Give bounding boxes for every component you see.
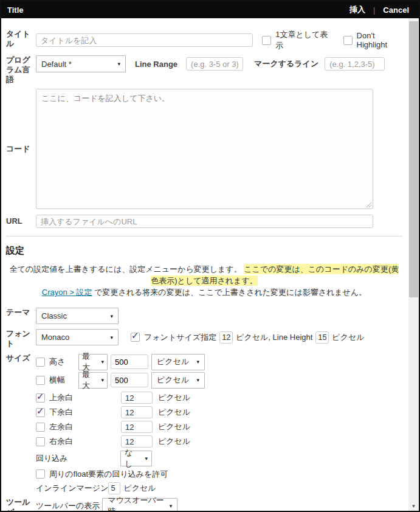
dropdown-arrow-icon: ▾ (196, 377, 199, 383)
left-margin-label: 左余白 (49, 421, 121, 432)
size-section-label: サイズ (6, 353, 36, 363)
dropdown-arrow-icon: ▾ (110, 313, 113, 319)
dialog-header: Title 挿入 | Cancel (1, 1, 419, 18)
code-placeholder: ここに、コードを記入して下さい。 (41, 94, 170, 103)
height-mode-select[interactable]: 最大 ▾ (78, 354, 108, 370)
float-label: 回り込み (36, 453, 120, 464)
toolbar-display-label: ツールバーの表示 (36, 500, 100, 511)
vertical-scrollbar[interactable]: ▼ (408, 18, 419, 511)
width-value-input[interactable] (111, 373, 148, 387)
bottom-margin-label: 下余白 (49, 407, 121, 418)
language-select-value: Default * (41, 60, 72, 69)
cancel-button[interactable]: Cancel (383, 5, 409, 15)
bottom-margin-input[interactable] (121, 406, 153, 418)
font-select-value: Monaco (41, 333, 69, 342)
dropdown-arrow-icon: ▾ (101, 359, 104, 365)
height-value-input[interactable] (111, 355, 148, 369)
allow-float-label: 周りのfloat要素の回り込みを許可 (49, 469, 168, 480)
line-range-label: Line Range (135, 60, 177, 69)
dropdown-arrow-icon: ▾ (145, 455, 148, 462)
show-as-sentence-checkbox[interactable]: ✓ (262, 36, 271, 45)
checkmark-icon: ✓ (131, 331, 139, 340)
dont-highlight-label: Don't Highlight (357, 31, 407, 49)
left-margin-input[interactable] (121, 421, 153, 433)
code-field-label: コード (6, 144, 36, 154)
settings-description: 全ての設定値を上書きするには、設定メニューから変更します。 ここでの変更は、この… (6, 263, 402, 298)
crayon-settings-link[interactable]: Crayon > 設定 (42, 288, 92, 297)
width-mode-value: 最大 (82, 369, 96, 391)
crayon-insert-dialog: Title 挿入 | Cancel タイトル ✓ 1文章として表示 ✓ Don'… (0, 0, 420, 512)
inline-margin-unit: ピクセル (123, 483, 156, 494)
bottom-margin-checkbox[interactable]: ✓ (36, 408, 45, 417)
top-margin-input[interactable] (121, 392, 153, 404)
theme-field-label: テーマ (6, 308, 36, 317)
settings-description-after-link: で変更される将来の変更は、ここで上書きされた変更には影響されません。 (92, 288, 367, 297)
scroll-down-arrow-icon[interactable]: ▼ (408, 503, 419, 509)
right-margin-input[interactable] (121, 435, 153, 448)
checkmark-icon: ✓ (36, 392, 44, 401)
show-as-sentence-label: 1文章として表示 (275, 29, 335, 51)
width-checkbox[interactable]: ✓ (36, 376, 45, 385)
float-select[interactable]: なし ▾ (120, 451, 152, 466)
font-size-input[interactable] (219, 331, 233, 344)
right-margin-unit: ピクセル (158, 436, 190, 447)
allow-float-checkbox[interactable]: ✓ (36, 469, 45, 479)
height-unit-select[interactable]: ピクセル ▾ (151, 354, 205, 370)
insert-button[interactable]: 挿入 (349, 4, 365, 15)
height-checkbox-label: 高さ (49, 356, 78, 367)
inline-margin-label: インラインマージン (36, 483, 108, 494)
height-unit-value: ピクセル (157, 356, 189, 367)
dialog-body: タイトル ✓ 1文章として表示 ✓ Don't Highlight プログラム言… (1, 18, 407, 511)
float-select-value: なし (125, 448, 140, 469)
top-margin-label: 上余白 (49, 392, 121, 403)
dont-highlight-checkbox[interactable]: ✓ (343, 36, 353, 45)
right-margin-checkbox[interactable]: ✓ (36, 437, 45, 446)
font-size-unit-label: ピクセル (332, 332, 364, 343)
left-margin-checkbox[interactable]: ✓ (36, 423, 45, 432)
header-separator: | (373, 5, 375, 15)
inline-margin-input[interactable] (108, 482, 120, 494)
right-margin-label: 右余白 (49, 436, 121, 447)
width-unit-value: ピクセル (157, 375, 189, 386)
width-unit-select[interactable]: ピクセル ▾ (151, 372, 205, 389)
left-margin-unit: ピクセル (158, 421, 190, 432)
font-select[interactable]: Monaco ▾ (36, 329, 119, 345)
line-range-input[interactable] (186, 57, 243, 71)
width-checkbox-label: 横幅 (49, 375, 78, 386)
font-size-checkbox[interactable]: ✓ (131, 333, 140, 342)
scrollbar-thumb[interactable] (409, 21, 418, 297)
width-mode-select[interactable]: 最大 ▾ (78, 372, 108, 389)
dropdown-arrow-icon: ▾ (101, 377, 104, 383)
dropdown-arrow-icon: ▾ (196, 359, 199, 365)
dialog-title: Title (7, 5, 24, 15)
font-size-checkbox-label: フォントサイズ指定 (144, 332, 216, 343)
toolbar-display-select[interactable]: マウスオーバー時 ▾ (102, 498, 177, 511)
toolbar-section-label: ツールバー (6, 497, 36, 511)
height-checkbox[interactable]: ✓ (36, 358, 45, 367)
bottom-margin-unit: ピクセル (158, 407, 190, 418)
font-size-middle-label: ピクセル, Line Height (236, 332, 312, 343)
checkmark-icon: ✓ (36, 406, 44, 415)
mark-lines-input[interactable] (325, 57, 385, 71)
resize-handle-icon[interactable] (365, 201, 371, 207)
settings-description-text: 全ての設定値を上書きするには、設定メニューから変更します。 (10, 265, 244, 274)
dropdown-arrow-icon: ▾ (117, 61, 120, 67)
dropdown-arrow-icon: ▾ (110, 334, 113, 341)
language-field-label: プログラム言語 (6, 55, 36, 85)
mark-lines-label: マークするライン (254, 58, 318, 69)
line-height-input[interactable] (315, 331, 329, 344)
url-field-label: URL (6, 216, 36, 226)
code-textarea[interactable]: ここに、コードを記入して下さい。 (36, 89, 373, 209)
top-margin-unit: ピクセル (158, 392, 190, 403)
top-margin-checkbox[interactable]: ✓ (36, 393, 45, 403)
font-field-label: フォント (6, 329, 36, 348)
title-input[interactable] (36, 33, 253, 47)
section-divider (6, 236, 402, 237)
toolbar-display-value: マウスオーバー時 (108, 495, 164, 511)
url-input[interactable] (36, 215, 373, 228)
theme-select[interactable]: Classic ▾ (36, 308, 119, 324)
dropdown-arrow-icon: ▾ (170, 503, 173, 509)
theme-select-value: Classic (41, 311, 67, 320)
language-select[interactable]: Default * ▾ (36, 55, 126, 72)
settings-heading: 設定 (6, 245, 407, 257)
